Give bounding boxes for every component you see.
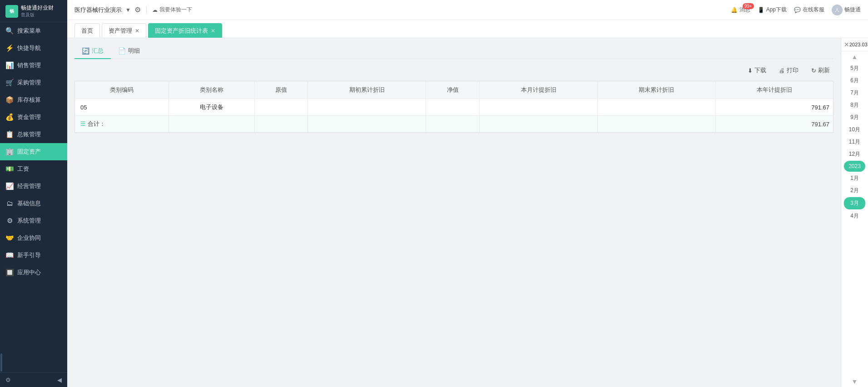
date-month-item[interactable]: 7月	[841, 87, 868, 99]
sidebar-item-collab[interactable]: 🤝 企业协同	[0, 229, 67, 247]
depreciation-table: 类别编码类别名称原值期初累计折旧净值本月计提折旧期末累计折旧本年计提折旧 05电…	[74, 81, 833, 133]
logo-text-block: 畅捷通好业财 普及版	[21, 5, 54, 18]
settings-icon[interactable]: ⚙	[5, 377, 11, 383]
download-report-icon: ⬇	[748, 67, 753, 74]
content-area: 🔄 汇总 📄 明细 ⬇ 下载 🖨 打印 ↻ 刷新	[67, 38, 868, 387]
sidebar-item-purchase[interactable]: 🛒 采购管理	[0, 74, 67, 91]
ops-icon: 📈	[5, 182, 14, 190]
header-right: 🔔 消息 99+ 📱 App下载 💬 在线客服 人 畅捷通	[731, 5, 861, 15]
sidebar-item-finance[interactable]: 💰 资金管理	[0, 109, 67, 126]
sidebar-item-system[interactable]: ⚙ 系统管理	[0, 212, 67, 229]
customer-service-btn[interactable]: 💬 在线客服	[794, 6, 824, 14]
main-area: 医疗器械行业演示 ▼ ⚙ ☁ 我要体验一下 🔔 消息 99+ 📱 App下载 💬…	[67, 0, 868, 387]
table-cell: 电子设备	[169, 99, 255, 116]
download-report-btn[interactable]: ⬇ 下载	[744, 64, 770, 76]
sidebar-item-guide[interactable]: 📖 新手引导	[0, 247, 67, 264]
purchase-icon: 🛒	[5, 79, 14, 87]
date-year-label[interactable]: 2023	[844, 161, 865, 172]
scrollbar-thumb	[0, 353, 2, 372]
app-version: 普及版	[21, 12, 54, 18]
tab-close-asset-mgmt[interactable]: ✕	[135, 28, 139, 34]
sub-tab-label-summary: 汇总	[92, 47, 104, 55]
content-inner: 🔄 汇总 📄 明细 ⬇ 下载 🖨 打印 ↻ 刷新	[67, 38, 841, 387]
sidebar-item-ops[interactable]: 📈 经营管理	[0, 178, 67, 195]
sub-tab-icon-detail: 📄	[118, 47, 126, 55]
date-panel: ✕ 2023.03 ⛶ ▲ 5月6月7月8月9月10月11月12月20231月2…	[841, 38, 868, 387]
date-prev-btn[interactable]: ▲	[841, 51, 868, 62]
date-month-item[interactable]: 8月	[841, 99, 868, 111]
app-center-icon: 🔲	[5, 268, 14, 277]
date-month-item[interactable]: 9月	[841, 111, 868, 124]
user-btn[interactable]: 人 畅捷通	[832, 5, 861, 15]
company-dropdown-icon[interactable]: ▼	[125, 7, 131, 13]
message-icon: 🔔	[731, 7, 738, 13]
date-month-item[interactable]: 3月	[844, 197, 865, 209]
header-divider	[146, 6, 147, 14]
experience-btn[interactable]: ☁ 我要体验一下	[152, 6, 192, 14]
print-btn[interactable]: 🖨 打印	[775, 64, 802, 76]
sidebar-item-sales[interactable]: 📊 销售管理	[0, 57, 67, 74]
col-header: 原值	[254, 81, 308, 99]
sidebar-label-sales: 销售管理	[17, 61, 41, 69]
subtotal-cell	[169, 116, 255, 133]
sidebar-label-app-center: 应用中心	[17, 268, 41, 277]
table-cell	[597, 99, 715, 116]
basic-info-icon: 🗂	[5, 199, 14, 207]
print-icon: 🖨	[779, 67, 785, 74]
sidebar-item-search[interactable]: 🔍 搜索菜单	[0, 22, 67, 40]
sub-tab-detail[interactable]: 📄 明细	[111, 44, 147, 59]
guide-icon: 📖	[5, 251, 14, 259]
date-month-item[interactable]: 12月	[841, 148, 868, 160]
col-header: 期初累计折旧	[308, 81, 426, 99]
sidebar-item-quick-nav[interactable]: ⚡ 快捷导航	[0, 40, 67, 57]
sales-icon: 📊	[5, 61, 14, 69]
sidebar-label-search: 搜索菜单	[17, 27, 41, 35]
sidebar-label-fixed-assets: 固定资产	[17, 148, 41, 156]
date-month-item[interactable]: 5月	[841, 62, 868, 74]
tabs-bar: 首页资产管理✕固定资产折旧统计表✕	[67, 20, 868, 38]
date-month-item[interactable]: 1月	[841, 172, 868, 184]
subtotal-cell: ☰合计：	[75, 116, 169, 133]
col-header: 期末累计折旧	[597, 81, 715, 99]
sidebar-item-basic-info[interactable]: 🗂 基础信息	[0, 195, 67, 212]
sidebar-item-ledger[interactable]: 📋 总账管理	[0, 126, 67, 143]
sidebar-nav: 🔍 搜索菜单 ⚡ 快捷导航 📊 销售管理 🛒 采购管理 📦 库存核算 💰 资金管…	[0, 22, 67, 343]
sidebar-logo: 畅 畅捷通好业财 普及版	[0, 0, 67, 22]
date-month-item[interactable]: 11月	[841, 136, 868, 148]
refresh-btn[interactable]: ↻ 刷新	[808, 64, 833, 76]
table-cell	[426, 99, 480, 116]
tab-depreciation[interactable]: 固定资产折旧统计表✕	[148, 23, 222, 38]
sub-tab-label-detail: 明细	[128, 47, 140, 55]
date-month-item[interactable]: 2月	[841, 184, 868, 197]
table-cell: 05	[75, 99, 169, 116]
service-icon: 💬	[794, 7, 801, 13]
date-next-btn[interactable]: ▼	[841, 376, 868, 387]
tab-label-home: 首页	[81, 27, 93, 35]
tab-close-depreciation[interactable]: ✕	[211, 28, 215, 34]
sub-tab-summary[interactable]: 🔄 汇总	[74, 44, 111, 59]
col-header: 类别编码	[75, 81, 169, 99]
date-panel-close-btn[interactable]: ✕	[844, 41, 849, 48]
date-month-item[interactable]: 10月	[841, 124, 868, 136]
sidebar-label-guide: 新手引导	[17, 251, 41, 259]
sidebar-label-ledger: 总账管理	[17, 130, 41, 139]
sub-tab-icon-summary: 🔄	[82, 47, 89, 55]
tab-asset-mgmt[interactable]: 资产管理✕	[102, 23, 146, 38]
tab-home[interactable]: 首页	[74, 23, 100, 38]
subtotal-cell: 791.67	[715, 116, 833, 133]
sidebar-scrollbar[interactable]	[0, 343, 3, 372]
col-header: 本月计提折旧	[480, 81, 598, 99]
date-month-item[interactable]: 4月	[841, 210, 868, 222]
date-month-item[interactable]: 6月	[841, 74, 868, 87]
sidebar-item-payroll[interactable]: 💵 工资	[0, 160, 67, 178]
subtotal-cell	[480, 116, 598, 133]
sidebar-item-app-center[interactable]: 🔲 应用中心	[0, 264, 67, 281]
subtotal-row: ☰合计：791.67	[75, 116, 833, 133]
sidebar-item-fixed-assets[interactable]: 🏢 固定资产	[0, 143, 67, 160]
header-settings-icon[interactable]: ⚙	[134, 5, 141, 14]
collapse-icon[interactable]: ◀	[57, 377, 62, 383]
download-btn[interactable]: 📱 App下载	[758, 6, 787, 14]
sidebar-label-finance: 资金管理	[17, 113, 41, 121]
message-btn[interactable]: 🔔 消息 99+	[731, 6, 750, 14]
sidebar-item-inventory[interactable]: 📦 库存核算	[0, 91, 67, 109]
